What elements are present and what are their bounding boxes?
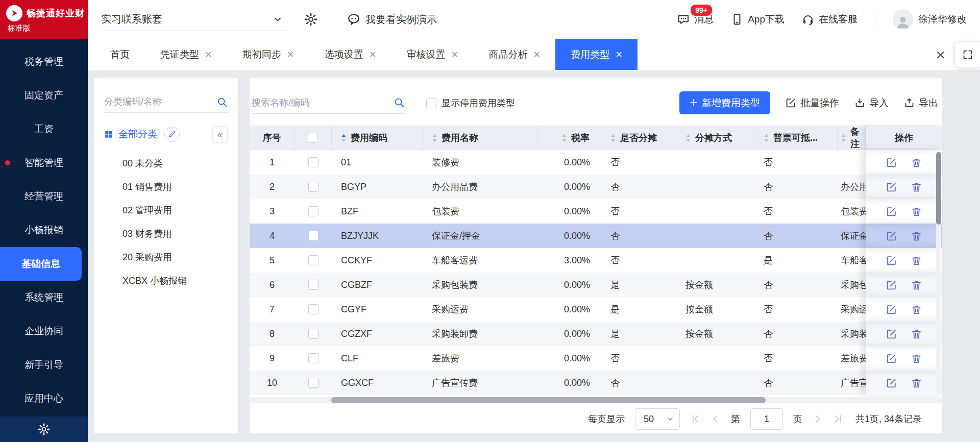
category-item[interactable]: 03 财务费用 <box>104 222 228 245</box>
export-button[interactable]: 导出 <box>904 96 938 110</box>
search-icon[interactable] <box>216 96 228 108</box>
table-row[interactable]: 3 BZF 包装费 0.00% 否 否 包装费 <box>250 199 942 224</box>
last-page-button[interactable] <box>833 414 843 424</box>
edit-icon[interactable] <box>886 329 897 339</box>
delete-icon[interactable] <box>911 304 922 315</box>
row-checkbox[interactable] <box>308 280 318 290</box>
page-number-input[interactable] <box>750 408 783 430</box>
category-item[interactable]: 01 销售费用 <box>104 175 228 199</box>
row-checkbox[interactable] <box>308 304 318 314</box>
tab-voucher-type[interactable]: 凭证类型× <box>145 39 227 70</box>
edit-icon[interactable] <box>886 182 897 192</box>
sidebar-item-smart-management[interactable]: 智能管理 <box>0 146 88 180</box>
collapse-panel-button[interactable]: « <box>212 126 228 142</box>
column-header-apportion[interactable]: 是否分摊 <box>600 126 675 150</box>
sidebar-item-business-management[interactable]: 经营管理 <box>0 180 88 213</box>
select-all-checkbox[interactable] <box>308 133 318 143</box>
app-download-button[interactable]: App下载 <box>731 13 785 26</box>
add-expense-type-button[interactable]: + 新增费用类型 <box>679 91 770 114</box>
tab-expense-type[interactable]: 费用类型× <box>555 39 638 70</box>
scrollbar-thumb[interactable] <box>331 397 766 403</box>
category-item[interactable]: XCBX 小畅报销 <box>104 269 228 292</box>
delete-icon[interactable] <box>911 206 922 217</box>
row-checkbox[interactable] <box>308 353 318 363</box>
messages-button[interactable]: 99+ 消息 <box>677 13 714 26</box>
category-item[interactable]: 20 采购费用 <box>104 245 228 269</box>
sidebar-item-payroll[interactable]: 工资 <box>0 112 88 146</box>
tab-product-analysis[interactable]: 商品分析× <box>473 39 555 70</box>
column-header-code[interactable]: 费用编码 <box>332 126 423 150</box>
row-checkbox[interactable] <box>308 329 318 339</box>
edit-icon[interactable] <box>886 157 897 168</box>
edit-icon[interactable] <box>886 304 897 315</box>
search-icon[interactable] <box>394 97 405 108</box>
scrollbar-thumb[interactable] <box>936 152 941 225</box>
account-book-select[interactable]: 实习联系账套 <box>99 8 287 31</box>
sidebar-item-system-management[interactable]: 系统管理 <box>0 281 88 314</box>
column-header-rate[interactable]: 税率 <box>537 126 600 150</box>
prev-page-button[interactable] <box>710 414 721 424</box>
tab-close-icon[interactable]: × <box>370 49 376 60</box>
edit-icon[interactable] <box>886 378 897 388</box>
tab-close-icon[interactable]: × <box>205 49 212 60</box>
sidebar-item-fixed-assets[interactable]: 固定资产 <box>0 79 88 112</box>
sidebar-item-xiaochang-expense[interactable]: 小畅报销 <box>0 213 88 247</box>
tab-audit-settings[interactable]: 审核设置× <box>391 39 474 70</box>
expense-search-input[interactable] <box>252 97 394 108</box>
horizontal-scrollbar[interactable] <box>250 397 942 403</box>
sidebar-item-enterprise-collab[interactable]: 企业协同 <box>0 314 88 348</box>
settings-button[interactable] <box>304 13 317 26</box>
sidebar-item-basic-info[interactable]: 基础信息 <box>0 247 82 281</box>
tab-close-icon[interactable]: × <box>452 49 458 60</box>
tab-close-icon[interactable]: × <box>287 49 294 60</box>
sidebar-item-tax-management[interactable]: 税务管理 <box>0 45 88 79</box>
delete-icon[interactable] <box>911 255 922 266</box>
delete-icon[interactable] <box>911 182 922 192</box>
category-root-item[interactable]: 全部分类 « <box>104 126 228 142</box>
column-header-name[interactable]: 费用名称 <box>423 126 537 150</box>
next-page-button[interactable] <box>813 414 823 424</box>
row-checkbox[interactable] <box>308 157 318 167</box>
edit-icon[interactable] <box>886 255 897 266</box>
tab-close-icon[interactable]: × <box>533 49 540 60</box>
close-icon[interactable]: × <box>932 46 949 63</box>
column-header-deductible[interactable]: 普票可抵... <box>753 126 838 150</box>
fullscreen-button[interactable] <box>954 41 980 68</box>
table-row[interactable]: 6 CGBZF 采购包装费 0.00% 是 按金额 否 采购包 <box>250 273 942 297</box>
tab-option-settings[interactable]: 选项设置× <box>309 39 391 70</box>
column-header-method[interactable]: 分摊方式 <box>675 126 753 150</box>
delete-icon[interactable] <box>911 353 922 364</box>
table-row[interactable]: 5 CCKYF 车船客运费 3.00% 否 是 车船客 <box>250 248 942 273</box>
tab-initial-sync[interactable]: 期初同步× <box>227 39 309 70</box>
table-row[interactable]: 2 BGYP 办公用品费 0.00% 否 否 办公用 <box>250 175 942 199</box>
online-service-button[interactable]: 在线客服 <box>802 13 857 26</box>
edit-icon[interactable] <box>886 280 897 290</box>
table-row[interactable]: 7 CGYF 采购运费 0.00% 是 按金额 否 采购运 <box>250 297 942 322</box>
sidebar-item-beginner-guide[interactable]: 新手引导 <box>0 348 88 382</box>
table-row[interactable]: 8 CGZXF 采购装卸费 0.00% 是 按金额 否 采购装 <box>250 322 942 346</box>
import-button[interactable]: 导入 <box>854 96 889 110</box>
category-item[interactable]: 00 未分类 <box>104 152 228 175</box>
vertical-scrollbar[interactable] <box>936 151 941 394</box>
demo-link[interactable]: 我要看实例演示 <box>347 13 437 27</box>
delete-icon[interactable] <box>911 378 922 388</box>
column-header-remark[interactable]: 备注 <box>838 126 866 150</box>
first-page-button[interactable] <box>690 414 700 424</box>
table-row[interactable]: 9 CLF 差旅费 0.00% 否 否 差旅费 <box>250 346 942 371</box>
row-checkbox[interactable] <box>308 255 318 265</box>
table-row[interactable]: 1 01 装修费 0.00% 否 否 <box>250 150 942 175</box>
delete-icon[interactable] <box>911 280 922 290</box>
show-disabled-toggle[interactable]: 显示停用费用类型 <box>426 97 515 109</box>
row-checkbox[interactable] <box>308 378 318 388</box>
delete-icon[interactable] <box>911 157 922 168</box>
row-checkbox[interactable] <box>308 231 318 241</box>
edit-icon[interactable] <box>886 353 897 364</box>
user-menu[interactable]: 徐泽华修改 <box>893 9 967 30</box>
tab-home[interactable]: 首页 <box>95 39 145 70</box>
row-checkbox[interactable] <box>308 206 318 216</box>
edit-icon[interactable] <box>886 231 897 241</box>
sidebar-item-app-center[interactable]: 应用中心 <box>0 382 88 415</box>
row-checkbox[interactable] <box>308 182 318 192</box>
table-row-selected[interactable]: 4 BZJYJJK 保证金/押金 0.00% 否 否 保证金 <box>250 224 942 248</box>
show-disabled-checkbox[interactable] <box>426 98 436 108</box>
